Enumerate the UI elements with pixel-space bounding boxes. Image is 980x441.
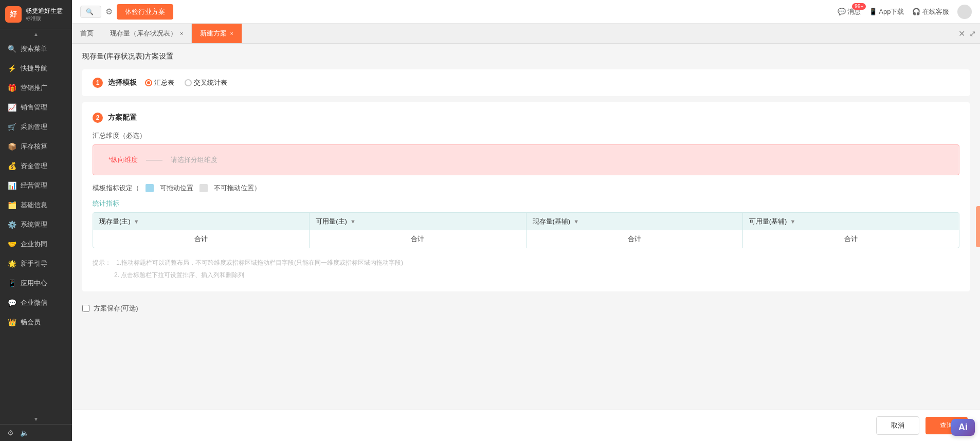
sidebar-item-collab[interactable]: 🤝 企业协同 (0, 234, 72, 254)
col-chevron-2[interactable]: ▼ (573, 218, 579, 225)
online-service-label: 在线客服 (922, 8, 949, 15)
sidebar-scroll-up[interactable]: ▲ (0, 29, 72, 39)
ai-badge[interactable]: Ai (951, 419, 975, 436)
tab-label: 新建方案 (200, 29, 227, 38)
sidebar-logo: 好 畅捷通好生意 标准版 (0, 0, 72, 29)
stats-table-header: 现存量(主) ▼ 可用量(主) ▼ 现存量(基辅) ▼ 可用量(基辅) (93, 213, 959, 230)
purchase-icon: 🛒 (7, 123, 16, 131)
sidebar-bottom: ⚙ 🔈 (0, 424, 72, 441)
stats-body-col-2: 合计 (527, 230, 743, 248)
sidebar-item-search[interactable]: 🔍 搜索菜单 (0, 39, 72, 59)
page-title: 现存量(库存状况表)方案设置 (82, 52, 970, 61)
tab-home[interactable]: 首页 (72, 24, 102, 43)
tab-inventory-status[interactable]: 现存量（库存状况表） × (102, 24, 192, 43)
col-chevron-0[interactable]: ▼ (134, 218, 139, 225)
tip-0: 1.拖动标题栏可以调整布局，不可跨维度或指标区域拖动栏目字段(只能在同一维度或指… (116, 259, 403, 266)
topbar-left: 🔍 ⚙ 体验行业方案 (80, 4, 173, 20)
dim-placeholder: 请选择分组维度 (171, 155, 217, 164)
dim-arrow: —— (146, 155, 162, 164)
radio-cross-table[interactable]: 交叉统计表 (185, 78, 227, 87)
right-scroll-indicator[interactable] (976, 206, 980, 247)
finance-icon: 💰 (7, 162, 16, 170)
col-chevron-3[interactable]: ▼ (790, 218, 795, 225)
messages-icon: 💬 (838, 8, 846, 15)
sidebar-item-newbie[interactable]: 🌟 新手引导 (0, 254, 72, 273)
sidebar-item-shortcut[interactable]: ⚡ 快捷导航 (0, 59, 72, 78)
stats-col-label-3: 可用量(基辅) (749, 217, 787, 226)
sidebar-item-wechat[interactable]: 💬 企业微信 (0, 293, 72, 313)
dim-box[interactable]: *纵向维度 —— 请选择分组维度 (93, 144, 959, 175)
stats-col-0: 现存量(主) ▼ (93, 213, 310, 230)
sidebar-item-appstore[interactable]: 📱 应用中心 (0, 273, 72, 293)
dim-label: 汇总维度（必选） (93, 131, 959, 140)
stats-col-label-2: 现存量(基辅) (533, 217, 571, 226)
newbie-icon: 🌟 (7, 260, 16, 268)
app-name: 畅捷通好生意 (26, 7, 63, 15)
content-area: 现存量(库存状况表)方案设置 1 选择模板 汇总表 交叉统计表 (72, 44, 980, 410)
sidebar-item-label: 搜索菜单 (21, 44, 47, 53)
section-title-1: 选择模板 (108, 78, 137, 87)
topbar-search[interactable]: 🔍 (80, 6, 101, 18)
sidebar-item-basic-info[interactable]: 🗂️ 基础信息 (0, 195, 72, 215)
sidebar-item-marketing[interactable]: 🎁 营销推广 (0, 78, 72, 98)
user-avatar[interactable] (957, 5, 972, 19)
save-label: 方案保存(可选) (94, 304, 138, 313)
tabs-bar: 首页 现存量（库存状况表） × 新建方案 × ✕ ⤢ (72, 24, 980, 44)
indicator-unmovable-label: 不可拖动位置） (214, 183, 261, 193)
sidebar-item-purchase[interactable]: 🛒 采购管理 (0, 117, 72, 137)
radio-summary-table[interactable]: 汇总表 (145, 78, 174, 87)
sidebar-item-label: 快捷导航 (21, 64, 47, 73)
messages-badge[interactable]: 💬 消息 99+ (838, 7, 861, 16)
sidebar-item-management[interactable]: 📊 经营管理 (0, 176, 72, 195)
stats-table-body: 合计 合计 合计 合计 (93, 230, 959, 248)
industry-solution-button[interactable]: 体验行业方案 (117, 4, 173, 20)
sidebar-scroll-down[interactable]: ▼ (0, 414, 72, 424)
col-chevron-1[interactable]: ▼ (350, 218, 356, 225)
section-choose-template: 1 选择模板 汇总表 交叉统计表 (82, 69, 970, 96)
expand-icon[interactable]: ⤢ (969, 29, 976, 39)
radio-label-summary: 汇总表 (154, 78, 174, 87)
section-scheme-config: 2 方案配置 汇总维度（必选） *纵向维度 —— 请选择分组维度 模板指标设定（… (82, 102, 970, 291)
sidebar-item-label: 企业微信 (21, 298, 47, 307)
tab-new-scheme[interactable]: 新建方案 × (192, 24, 242, 43)
sidebar-item-finance[interactable]: 💰 资金管理 (0, 156, 72, 176)
sidebar-item-label: 系统管理 (21, 220, 47, 229)
wechat-icon: 💬 (7, 299, 16, 307)
stats-body-col-1: 合计 (310, 230, 526, 248)
topbar-right: 💬 消息 99+ 📱 App下载 🎧 在线客服 (838, 5, 972, 19)
settings-icon[interactable]: ⚙ (7, 429, 14, 437)
cancel-button[interactable]: 取消 (876, 416, 919, 435)
sidebar: 好 畅捷通好生意 标准版 ▲ 🔍 搜索菜单 ⚡ 快捷导航 🎁 营销推广 📈 销售… (0, 0, 72, 441)
system-icon: ⚙️ (7, 220, 16, 229)
sidebar-item-label: 新手引导 (21, 259, 47, 268)
close-window-icon[interactable]: ✕ (958, 29, 965, 39)
section-num-2: 2 (93, 113, 103, 123)
messages-count: 99+ (852, 3, 866, 10)
tab-close-active-icon[interactable]: × (230, 30, 233, 36)
main-area: 🔍 ⚙ 体验行业方案 💬 消息 99+ 📱 App下载 🎧 在线客服 (72, 0, 980, 441)
sidebar-nav: 🔍 搜索菜单 ⚡ 快捷导航 🎁 营销推广 📈 销售管理 🛒 采购管理 📦 库存核… (0, 39, 72, 414)
collab-icon: 🤝 (7, 240, 16, 248)
save-checkbox[interactable] (82, 305, 89, 312)
volume-icon[interactable]: 🔈 (20, 429, 29, 437)
gear-icon[interactable]: ⚙ (105, 7, 113, 16)
section-num-1: 1 (93, 78, 103, 88)
tabs-controls: ✕ ⤢ (950, 29, 980, 39)
tab-close-icon[interactable]: × (180, 30, 183, 36)
save-row: 方案保存(可选) (82, 298, 970, 319)
indicator-row: 模板指标设定（ 可拖动位置 不可拖动位置） (93, 183, 959, 193)
logo-icon: 好 (5, 6, 22, 23)
online-service-btn[interactable]: 🎧 在线客服 (912, 7, 949, 16)
sidebar-item-system[interactable]: ⚙️ 系统管理 (0, 215, 72, 234)
sidebar-item-member[interactable]: 👑 畅会员 (0, 313, 72, 332)
search-menu-icon: 🔍 (7, 45, 16, 53)
sidebar-item-sales[interactable]: 📈 销售管理 (0, 98, 72, 117)
sidebar-item-label: 基础信息 (21, 200, 47, 210)
stats-col-2: 现存量(基辅) ▼ (527, 213, 743, 230)
tips-title: 提示： 1.拖动标题栏可以调整布局，不可跨维度或指标区域拖动栏目字段(只能在同一… (93, 256, 959, 269)
sidebar-item-label: 采购管理 (21, 122, 47, 132)
radio-dot-summary (145, 79, 152, 86)
app-download-btn[interactable]: 📱 App下载 (869, 7, 904, 16)
app-download-label: App下载 (879, 8, 904, 15)
sidebar-item-inventory[interactable]: 📦 库存核算 (0, 137, 72, 156)
